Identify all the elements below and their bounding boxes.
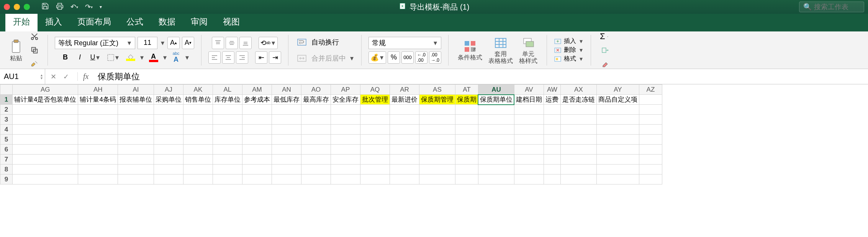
col-header-AQ[interactable]: AQ xyxy=(360,85,390,95)
cell-AY9[interactable] xyxy=(596,174,639,184)
cell-AP7[interactable] xyxy=(331,155,360,165)
qat-dropdown-icon[interactable]: ▾ xyxy=(100,4,102,10)
cell-AV1[interactable]: 建档日期 xyxy=(514,95,544,105)
cell-AY4[interactable] xyxy=(596,125,639,135)
cell-AV3[interactable] xyxy=(514,115,544,125)
cell-AI7[interactable] xyxy=(118,155,154,165)
row-header-7[interactable]: 7 xyxy=(0,155,13,165)
cell-AS7[interactable] xyxy=(419,155,455,165)
cell-AS9[interactable] xyxy=(419,174,455,184)
cell-AL1[interactable]: 库存单位 xyxy=(213,95,242,105)
cell-AO3[interactable] xyxy=(301,115,331,125)
cell-AW6[interactable] xyxy=(544,145,560,155)
cell-AM5[interactable] xyxy=(242,135,272,145)
cell-AR3[interactable] xyxy=(390,115,419,125)
zoom-icon[interactable] xyxy=(24,4,30,10)
cell-AL3[interactable] xyxy=(213,115,242,125)
cell-AN5[interactable] xyxy=(272,135,301,145)
cell-AW9[interactable] xyxy=(544,174,560,184)
cell-AJ6[interactable] xyxy=(154,145,183,155)
cell-AZ8[interactable] xyxy=(639,165,662,174)
merge-center-button[interactable] xyxy=(295,52,308,64)
cell-AP3[interactable] xyxy=(331,115,360,125)
cell-AT4[interactable] xyxy=(455,125,478,135)
cell-AR9[interactable] xyxy=(390,174,419,184)
cell-AV9[interactable] xyxy=(514,174,544,184)
cell-AS2[interactable] xyxy=(419,105,455,115)
increase-decimal-button[interactable]: ←.0.00 xyxy=(415,51,427,64)
chevron-down-icon[interactable]: ▾ xyxy=(349,54,354,63)
cell-AQ7[interactable] xyxy=(360,155,390,165)
cell-AJ3[interactable] xyxy=(154,115,183,125)
orientation-button[interactable]: ⟲ab▾ xyxy=(259,37,278,49)
cell-AN7[interactable] xyxy=(272,155,301,165)
cell-AJ1[interactable]: 采购单位 xyxy=(154,95,183,105)
cell-AH5[interactable] xyxy=(78,135,118,145)
cell-AG4[interactable] xyxy=(13,125,78,135)
select-all-corner[interactable] xyxy=(0,85,13,95)
cell-AV6[interactable] xyxy=(514,145,544,155)
cell-AR2[interactable] xyxy=(390,105,419,115)
cell-AS4[interactable] xyxy=(419,125,455,135)
cell-AI8[interactable] xyxy=(118,165,154,174)
cell-AO9[interactable] xyxy=(301,174,331,184)
currency-button[interactable]: 💰▾ xyxy=(368,51,386,64)
cell-AY3[interactable] xyxy=(596,115,639,125)
cell-AI3[interactable] xyxy=(118,115,154,125)
align-left-button[interactable] xyxy=(208,51,221,64)
cell-AL5[interactable] xyxy=(213,135,242,145)
cell-AR7[interactable] xyxy=(390,155,419,165)
undo-icon[interactable]: ↶ ▾ xyxy=(70,3,78,11)
cell-AQ4[interactable] xyxy=(360,125,390,135)
cell-AV2[interactable] xyxy=(514,105,544,115)
cell-AT5[interactable] xyxy=(455,135,478,145)
cell-AZ2[interactable] xyxy=(639,105,662,115)
minimize-icon[interactable] xyxy=(14,4,20,10)
col-header-AZ[interactable]: AZ xyxy=(639,85,662,95)
tab-review[interactable]: 审阅 xyxy=(183,12,215,31)
border-button[interactable]: ▾ xyxy=(105,51,122,64)
row-header-6[interactable]: 6 xyxy=(0,145,13,155)
cell-AV5[interactable] xyxy=(514,135,544,145)
delete-cells-button[interactable]: ✕删除▾ xyxy=(554,46,584,54)
cell-AY5[interactable] xyxy=(596,135,639,145)
cell-AS3[interactable] xyxy=(419,115,455,125)
col-header-AS[interactable]: AS xyxy=(419,85,455,95)
format-painter-button[interactable] xyxy=(28,58,41,70)
col-header-AK[interactable]: AK xyxy=(183,85,213,95)
align-right-button[interactable] xyxy=(236,51,248,64)
col-header-AY[interactable]: AY xyxy=(596,85,639,95)
cell-AP9[interactable] xyxy=(331,174,360,184)
cell-AW7[interactable] xyxy=(544,155,560,165)
col-header-AX[interactable]: AX xyxy=(560,85,596,95)
cell-AN6[interactable] xyxy=(272,145,301,155)
col-header-AH[interactable]: AH xyxy=(78,85,118,95)
cell-AY2[interactable] xyxy=(596,105,639,115)
cell-AX8[interactable] xyxy=(560,165,596,174)
tab-view[interactable]: 视图 xyxy=(215,12,247,31)
phonetic-button[interactable]: abcA xyxy=(170,51,182,64)
tab-page-layout[interactable]: 页面布局 xyxy=(70,12,119,31)
insert-cells-button[interactable]: +插入▾ xyxy=(554,37,584,45)
col-header-AI[interactable]: AI xyxy=(118,85,154,95)
cell-AW2[interactable] xyxy=(544,105,560,115)
cell-AP5[interactable] xyxy=(331,135,360,145)
italic-button[interactable]: I xyxy=(74,51,86,64)
cell-AH4[interactable] xyxy=(78,125,118,135)
underline-button[interactable]: U▾ xyxy=(88,51,103,64)
col-header-AR[interactable]: AR xyxy=(390,85,419,95)
cell-AW1[interactable]: 运费 xyxy=(544,95,560,105)
row-header-2[interactable]: 2 xyxy=(0,105,13,115)
cut-button[interactable] xyxy=(28,30,41,43)
col-header-AM[interactable]: AM xyxy=(242,85,272,95)
cell-AP8[interactable] xyxy=(331,165,360,174)
cell-AG6[interactable] xyxy=(13,145,78,155)
col-header-AN[interactable]: AN xyxy=(272,85,301,95)
cell-AG3[interactable] xyxy=(13,115,78,125)
cell-AG2[interactable] xyxy=(13,105,78,115)
col-header-AG[interactable]: AG xyxy=(13,85,78,95)
cell-AK9[interactable] xyxy=(183,174,213,184)
cell-AP6[interactable] xyxy=(331,145,360,155)
cell-AQ2[interactable] xyxy=(360,105,390,115)
format-cells-button[interactable]: 格式▾ xyxy=(554,55,584,63)
